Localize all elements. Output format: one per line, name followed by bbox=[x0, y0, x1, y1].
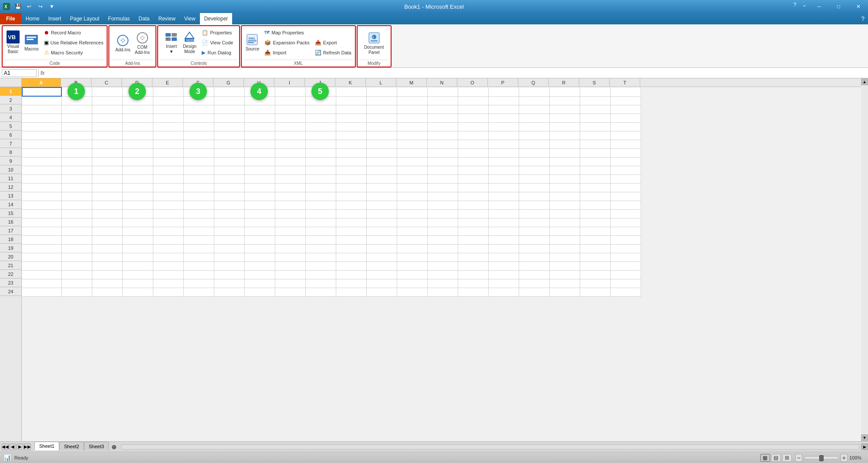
horizontal-scrollbar[interactable] bbox=[121, 444, 859, 450]
cell-G12[interactable] bbox=[214, 183, 244, 192]
sheet-tab-1[interactable]: Sheet1 bbox=[34, 442, 59, 450]
cell-K12[interactable] bbox=[336, 183, 366, 192]
cell-J11[interactable] bbox=[305, 174, 336, 183]
cell-T5[interactable] bbox=[610, 122, 641, 131]
cell-O16[interactable] bbox=[458, 218, 488, 227]
cell-K19[interactable] bbox=[336, 244, 366, 253]
cell-S13[interactable] bbox=[580, 192, 610, 201]
menu-view[interactable]: View bbox=[180, 13, 200, 24]
cell-A24[interactable] bbox=[22, 288, 61, 296]
cell-K5[interactable] bbox=[336, 122, 366, 131]
minimize-button[interactable]: ─ bbox=[809, 0, 829, 13]
macro-security-button[interactable]: ⚠ Macro Security bbox=[42, 48, 105, 57]
cell-C16[interactable] bbox=[92, 218, 122, 227]
cell-A1[interactable] bbox=[22, 87, 61, 96]
cell-E18[interactable] bbox=[153, 235, 183, 244]
cell-G2[interactable] bbox=[214, 96, 244, 105]
cell-L8[interactable] bbox=[366, 148, 397, 157]
row-header-12[interactable]: 12 bbox=[0, 183, 21, 191]
cell-D24[interactable] bbox=[122, 288, 153, 296]
cell-C18[interactable] bbox=[92, 235, 122, 244]
cell-H23[interactable] bbox=[244, 279, 275, 288]
cell-L1[interactable] bbox=[366, 87, 397, 96]
cell-S8[interactable] bbox=[580, 148, 610, 157]
cell-S22[interactable] bbox=[580, 270, 610, 279]
cell-H18[interactable] bbox=[244, 235, 275, 244]
cell-D7[interactable] bbox=[122, 140, 153, 148]
cell-N23[interactable] bbox=[427, 279, 458, 288]
cell-D13[interactable] bbox=[122, 192, 153, 201]
cell-A2[interactable] bbox=[22, 96, 61, 105]
cell-M19[interactable] bbox=[397, 244, 427, 253]
cell-S21[interactable] bbox=[580, 262, 610, 270]
cell-F20[interactable] bbox=[183, 253, 214, 262]
cell-L14[interactable] bbox=[366, 201, 397, 209]
cell-D17[interactable] bbox=[122, 227, 153, 235]
properties-button[interactable]: 📋 Properties bbox=[200, 28, 235, 37]
cell-N1[interactable] bbox=[427, 87, 458, 96]
cell-D20[interactable] bbox=[122, 253, 153, 262]
cell-S6[interactable] bbox=[580, 131, 610, 140]
cell-O2[interactable] bbox=[458, 96, 488, 105]
sheet-tab-3[interactable]: Sheet3 bbox=[84, 442, 109, 450]
cell-E10[interactable] bbox=[153, 166, 183, 174]
cell-G22[interactable] bbox=[214, 270, 244, 279]
cell-I18[interactable] bbox=[275, 235, 305, 244]
cell-S24[interactable] bbox=[580, 288, 610, 296]
cell-T23[interactable] bbox=[610, 279, 641, 288]
col-header-H[interactable]: H bbox=[244, 78, 274, 87]
cell-S15[interactable] bbox=[580, 209, 610, 218]
cell-R5[interactable] bbox=[549, 122, 580, 131]
cell-A21[interactable] bbox=[22, 262, 61, 270]
cell-I21[interactable] bbox=[275, 262, 305, 270]
cell-L5[interactable] bbox=[366, 122, 397, 131]
cell-L21[interactable] bbox=[366, 262, 397, 270]
sheet-prev-button[interactable]: ◀ bbox=[9, 443, 16, 450]
menu-formulas[interactable]: Formulas bbox=[104, 13, 134, 24]
cell-M17[interactable] bbox=[397, 227, 427, 235]
cell-D5[interactable] bbox=[122, 122, 153, 131]
cell-D14[interactable] bbox=[122, 201, 153, 209]
cell-K22[interactable] bbox=[336, 270, 366, 279]
row-header-1[interactable]: 1 bbox=[0, 87, 21, 96]
scroll-right-button[interactable]: ▶ bbox=[861, 443, 868, 450]
cell-I8[interactable] bbox=[275, 148, 305, 157]
cell-H13[interactable] bbox=[244, 192, 275, 201]
cell-A13[interactable] bbox=[22, 192, 61, 201]
row-header-6[interactable]: 6 bbox=[0, 131, 21, 139]
cell-E4[interactable] bbox=[153, 114, 183, 122]
cell-B7[interactable] bbox=[61, 140, 92, 148]
cell-M14[interactable] bbox=[397, 201, 427, 209]
cell-J17[interactable] bbox=[305, 227, 336, 235]
cell-M18[interactable] bbox=[397, 235, 427, 244]
cell-D2[interactable] bbox=[122, 96, 153, 105]
cell-G14[interactable] bbox=[214, 201, 244, 209]
cell-J20[interactable] bbox=[305, 253, 336, 262]
row-header-5[interactable]: 5 bbox=[0, 122, 21, 131]
cell-Q10[interactable] bbox=[519, 166, 549, 174]
cell-R16[interactable] bbox=[549, 218, 580, 227]
cell-A22[interactable] bbox=[22, 270, 61, 279]
cell-J6[interactable] bbox=[305, 131, 336, 140]
cell-I1[interactable] bbox=[275, 87, 305, 96]
cell-N2[interactable] bbox=[427, 96, 458, 105]
cell-K11[interactable] bbox=[336, 174, 366, 183]
cell-R6[interactable] bbox=[549, 131, 580, 140]
row-header-11[interactable]: 11 bbox=[0, 174, 21, 183]
cell-K15[interactable] bbox=[336, 209, 366, 218]
cell-D4[interactable] bbox=[122, 114, 153, 122]
cell-M22[interactable] bbox=[397, 270, 427, 279]
cell-F18[interactable] bbox=[183, 235, 214, 244]
cell-Q21[interactable] bbox=[519, 262, 549, 270]
cell-B20[interactable] bbox=[61, 253, 92, 262]
cell-L11[interactable] bbox=[366, 174, 397, 183]
cell-T22[interactable] bbox=[610, 270, 641, 279]
row-header-22[interactable]: 22 bbox=[0, 270, 21, 278]
cell-K18[interactable] bbox=[336, 235, 366, 244]
save-qat-button[interactable]: 💾 bbox=[13, 2, 23, 11]
cell-F24[interactable] bbox=[183, 288, 214, 296]
cell-L2[interactable] bbox=[366, 96, 397, 105]
cell-L12[interactable] bbox=[366, 183, 397, 192]
cell-L9[interactable] bbox=[366, 157, 397, 166]
row-header-23[interactable]: 23 bbox=[0, 278, 21, 287]
